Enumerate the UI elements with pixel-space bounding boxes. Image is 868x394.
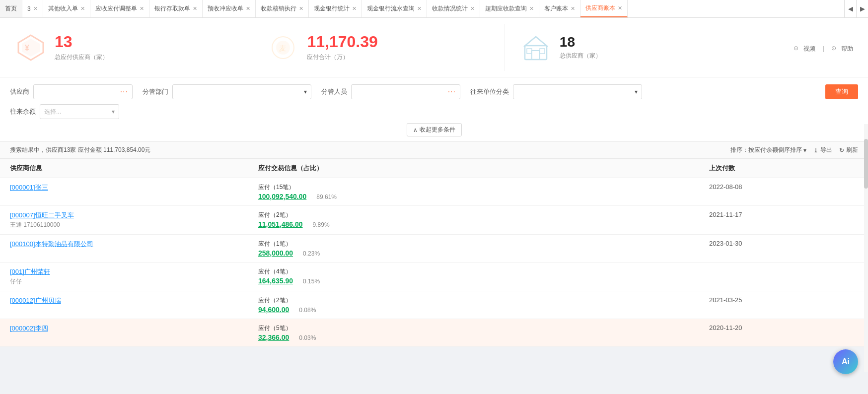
scrollbar-thumb[interactable]	[864, 139, 868, 189]
table-header: 供应商信息 应付交易信息（占比） 上次付数	[0, 159, 868, 178]
scrollbar-track[interactable]	[864, 124, 868, 372]
nav-prepay[interactable]: 预收冲应收单 ✕	[203, 0, 256, 17]
last-pay-cell: 2023-01-30	[709, 240, 858, 247]
grain-icon: 麦	[267, 32, 299, 64]
close-icon[interactable]: ✕	[33, 5, 38, 12]
nav-cash-stats[interactable]: 现金银行统计 ✕	[309, 0, 362, 17]
close-icon[interactable]: ✕	[618, 5, 622, 11]
total-supplier-count: 18	[560, 35, 601, 50]
payable-amount[interactable]: 94,600.00	[258, 306, 289, 314]
table-row: [000002]李四 应付（5笔） 32,366.00 0.03% 2020-1…	[0, 319, 868, 347]
close-icon[interactable]: ✕	[80, 5, 85, 12]
close-icon[interactable]: ✕	[246, 5, 250, 12]
payable-row: 11,051,486.00 9.89%	[258, 220, 709, 228]
close-icon[interactable]: ✕	[299, 5, 303, 12]
nav-customer-ledger[interactable]: 客户账本 ✕	[539, 0, 580, 17]
category-filter: 往来单位分类 ▾	[470, 84, 642, 99]
video-link[interactable]: 视频	[803, 45, 815, 53]
query-button[interactable]: 查询	[825, 84, 858, 99]
svg-text:¥: ¥	[25, 44, 29, 52]
payable-row: 94,600.00 0.08%	[258, 306, 709, 314]
circle-icon2: ⊙	[831, 45, 836, 52]
supplier-info-cell: [000012]广州贝瑞	[10, 296, 258, 305]
payable-amount[interactable]: 258,000.00	[258, 249, 293, 257]
supplier-link[interactable]: [000001]张三	[10, 183, 258, 192]
balance-select[interactable]: 选择... ▾	[40, 104, 119, 119]
supplier-info-cell: [000007]恒旺二手叉车 王通 17106110000	[10, 211, 258, 229]
close-icon[interactable]: ✕	[140, 5, 144, 12]
supplier-table: 供应商信息 应付交易信息（占比） 上次付数 [000001]张三 应付（15笔）…	[0, 159, 868, 347]
supplier-link[interactable]: [000002]李四	[10, 324, 258, 333]
supplier-count: 13	[55, 33, 108, 51]
total-supplier-label: 总供应商（家）	[560, 52, 601, 60]
supplier-input[interactable]: ···	[33, 84, 133, 99]
stats-row: ¥ 13 总应付供应商（家） 麦 11,170.39 应付合计（万）	[0, 18, 868, 77]
supplier-link[interactable]: [000100]本特勤油品有限公司	[10, 240, 258, 249]
supplier-link[interactable]: [001]广州荣轩	[10, 267, 258, 276]
payable-percent: 9.89%	[313, 221, 330, 228]
payable-percent: 0.23%	[303, 250, 320, 257]
col-header-supplier: 供应商信息	[10, 164, 258, 173]
svg-rect-7	[532, 51, 540, 60]
shop-icon	[520, 32, 552, 64]
payable-amount[interactable]: 164,635.90	[258, 277, 293, 285]
payable-label: 应付（2笔）	[258, 211, 709, 219]
sort-selector[interactable]: 排序：按应付余额倒序排序 ▾	[730, 146, 806, 154]
payable-amount[interactable]: 100,092,540.00	[258, 193, 306, 200]
svg-rect-6	[525, 46, 547, 60]
nav-other-income[interactable]: 其他收入单 ✕	[43, 0, 90, 17]
close-icon[interactable]: ✕	[470, 5, 475, 12]
nav-cash-flow[interactable]: 现金银行流水查询 ✕	[362, 0, 427, 17]
supplier-sub: 仔仔	[10, 277, 258, 286]
payable-row: 32,366.00 0.03%	[258, 333, 709, 341]
table-row: [000100]本特勤油品有限公司 应付（1笔） 258,000.00 0.23…	[0, 235, 868, 263]
filter-row-1: 供应商 ··· 分管部门 ▾ 分管人员 ··· 往来单位分类 ▾	[10, 84, 858, 99]
collapse-button[interactable]: ∧ 收起更多条件	[407, 123, 462, 136]
nav-supplier-ledger[interactable]: 供应商账本 ✕	[580, 0, 628, 17]
nav-right-arrow[interactable]: ▶	[856, 0, 868, 18]
chevron-down-icon: ▾	[304, 88, 307, 95]
payable-info-cell: 应付（2笔） 94,600.00 0.08%	[258, 296, 709, 314]
nav-home[interactable]: 首页	[0, 0, 22, 17]
export-icon: ⤓	[813, 147, 818, 154]
last-pay-cell: 2020-11-20	[709, 324, 858, 331]
ai-button[interactable]: Ai	[833, 349, 858, 374]
person-label: 分管人员	[321, 87, 347, 96]
last-pay-cell: 2021-03-25	[709, 296, 858, 304]
top-navigation: 首页 3 ✕ 其他收入单 ✕ 应收应付调整单 ✕ 银行存取款单 ✕ 预收冲应收单…	[0, 0, 868, 18]
nav-tab-3[interactable]: 3 ✕	[22, 0, 43, 17]
filter-area: 供应商 ··· 分管部门 ▾ 分管人员 ··· 往来单位分类 ▾	[0, 77, 868, 142]
supplier-link[interactable]: [000007]恒旺二手叉车	[10, 211, 258, 220]
table-row: [000007]恒旺二手叉车 王通 17106110000 应付（2笔） 11,…	[0, 206, 868, 235]
refresh-icon: ↻	[839, 147, 844, 154]
ellipsis-icon: ···	[120, 87, 128, 96]
category-label: 往来单位分类	[470, 87, 509, 96]
nav-overdue[interactable]: 超期应收款查询 ✕	[480, 0, 539, 17]
close-icon[interactable]: ✕	[529, 5, 534, 12]
refresh-button[interactable]: ↻ 刷新	[839, 146, 858, 154]
close-icon[interactable]: ✕	[193, 5, 197, 12]
help-link[interactable]: 帮助	[841, 45, 853, 53]
payable-percent: 89.61%	[316, 194, 337, 200]
category-select[interactable]: ▾	[513, 84, 642, 99]
person-input[interactable]: ···	[351, 84, 460, 99]
dept-select[interactable]: ▾	[172, 84, 311, 99]
nav-left-arrow[interactable]: ◀	[844, 0, 856, 18]
nav-collection[interactable]: 收款核销执行 ✕	[256, 0, 309, 17]
stat-info-total: 18 总供应商（家）	[560, 35, 601, 61]
payable-label: 应付（5笔）	[258, 324, 709, 332]
payable-amount[interactable]: 11,051,486.00	[258, 220, 303, 228]
nav-adjustment[interactable]: 应收应付调整单 ✕	[90, 0, 149, 17]
payable-amount[interactable]: 32,366.00	[258, 333, 289, 341]
export-button[interactable]: ⤓ 导出	[813, 146, 832, 154]
close-icon[interactable]: ✕	[571, 5, 575, 12]
close-icon[interactable]: ✕	[352, 5, 357, 12]
supplier-link[interactable]: [000012]广州贝瑞	[10, 296, 258, 305]
payable-total: 11,170.39	[307, 33, 377, 51]
table-row: [001]广州荣轩 仔仔 应付（4笔） 164,635.90 0.15%	[0, 263, 868, 291]
nav-collection-stats[interactable]: 收款情况统计 ✕	[427, 0, 480, 17]
payable-info-cell: 应付（1笔） 258,000.00 0.23%	[258, 240, 709, 257]
close-icon[interactable]: ✕	[417, 5, 422, 12]
nav-bank-deposit[interactable]: 银行存取款单 ✕	[149, 0, 203, 17]
supplier-info-cell: [000100]本特勤油品有限公司	[10, 240, 258, 249]
